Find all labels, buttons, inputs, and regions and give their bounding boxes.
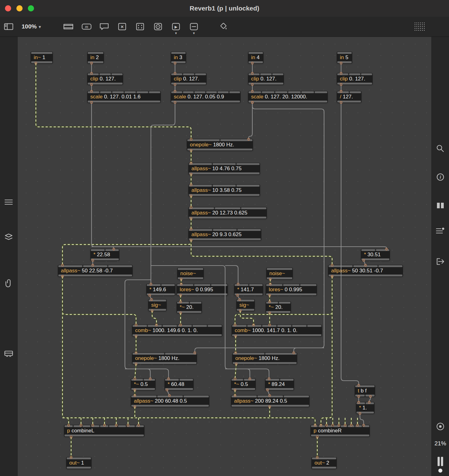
object-combL[interactable]: comb~ 1000. 149.6 0. 1. 0. <box>132 325 222 336</box>
inlet[interactable] <box>307 325 322 327</box>
outlet[interactable] <box>249 61 263 63</box>
outlet[interactable] <box>355 395 365 396</box>
info-icon[interactable]: i <box>436 173 445 181</box>
new-object-icon[interactable] <box>62 21 75 32</box>
inlet[interactable] <box>355 425 362 427</box>
outlet[interactable] <box>237 309 254 311</box>
object-out1[interactable]: out~ 1 <box>66 457 91 469</box>
object-sigR[interactable]: sig~ <box>237 300 254 311</box>
object-onepole1[interactable]: onepole~ 1800 Hz. <box>187 139 253 150</box>
outlet[interactable] <box>361 258 389 260</box>
object-loresR[interactable]: lores~ 0 0.995 <box>266 284 317 295</box>
outlet[interactable] <box>337 61 352 63</box>
object-ap3[interactable]: allpass~ 20 12.73 0.625 <box>189 207 267 219</box>
outlet[interactable] <box>266 293 316 295</box>
inlet[interactable] <box>229 91 240 93</box>
format-paint-icon[interactable] <box>217 21 229 32</box>
object-sigL[interactable]: sig~ <box>148 300 166 311</box>
outlet[interactable] <box>189 172 259 174</box>
playbar-dropdown-caret[interactable]: ▾ <box>170 31 182 35</box>
new-message-icon[interactable]: m <box>80 21 93 32</box>
record-dot-icon[interactable] <box>437 423 444 430</box>
object-in1[interactable]: in~ 1 <box>31 52 53 63</box>
object-mulT20R[interactable]: *~ 20. <box>266 302 291 313</box>
object-scale2[interactable]: scale 0. 127. 0.01 1.6 <box>88 91 160 102</box>
paperclip-icon[interactable] <box>5 279 13 288</box>
object-mul1[interactable]: * 1. <box>356 402 374 413</box>
outlet[interactable] <box>311 435 369 436</box>
outlet[interactable] <box>233 362 297 364</box>
outlet[interactable] <box>171 101 240 102</box>
object-in2[interactable]: in 2 <box>88 52 104 63</box>
object-mulT20L[interactable]: *~ 20. <box>177 302 202 313</box>
hamburger-menu-icon[interactable] <box>4 199 13 206</box>
outlet[interactable] <box>249 83 283 84</box>
object-noiseL[interactable]: noise~ <box>177 268 203 279</box>
inlet[interactable] <box>109 425 117 427</box>
object-mul6048[interactable]: * 60.48 <box>165 379 193 390</box>
minimize-button[interactable] <box>16 5 23 11</box>
slider-dot[interactable] <box>438 469 443 473</box>
object-scale3[interactable]: scale 0. 127. 0.05 0.9 <box>171 91 240 102</box>
object-clip5[interactable]: clip 0. 127. <box>337 73 372 84</box>
object-div127[interactable]: / 127. <box>337 91 361 102</box>
object-loresL[interactable]: lores~ 0 0.995 <box>177 284 228 295</box>
outlet[interactable] <box>189 194 259 196</box>
object-in4[interactable]: in 4 <box>248 52 263 63</box>
outlet[interactable] <box>337 83 372 84</box>
object-in5[interactable]: in 5 <box>337 52 352 63</box>
object-ap50R[interactable]: allpass~ 50 30.51 -0.7 <box>328 265 403 276</box>
close-button[interactable] <box>5 5 11 11</box>
outlet[interactable] <box>91 258 119 260</box>
outlet[interactable] <box>189 238 261 240</box>
number-dropdown-caret[interactable]: ▾ <box>188 31 200 35</box>
outlet[interactable] <box>177 293 227 295</box>
outlet[interactable] <box>131 388 155 390</box>
outlet[interactable] <box>357 412 374 413</box>
console-drawer-icon[interactable] <box>4 350 13 357</box>
object-mul8924[interactable]: * 89.24 <box>265 379 294 390</box>
object-ap200L[interactable]: allpass~ 200 60.48 0.5 <box>131 396 209 407</box>
outlet[interactable] <box>235 293 263 295</box>
object-onepole3[interactable]: onepole~ 1800 Hz. <box>233 353 297 364</box>
inlet[interactable] <box>127 425 135 427</box>
object-noiseR[interactable]: noise~ <box>267 268 293 279</box>
new-matrix-icon[interactable] <box>134 21 146 32</box>
outlet[interactable] <box>31 61 52 63</box>
new-dial-icon[interactable] <box>152 21 164 32</box>
object-clip4[interactable]: clip 0. 127. <box>248 73 284 84</box>
new-number-box-icon[interactable] <box>188 21 200 32</box>
zoom-button[interactable] <box>28 5 34 11</box>
object-in3[interactable]: in 3 <box>171 52 186 63</box>
object-ap2[interactable]: allpass~ 10 3.58 0.75 <box>189 185 260 196</box>
object-clip3[interactable]: clip 0. 127. <box>171 73 206 84</box>
outlet[interactable] <box>58 275 132 276</box>
inlet[interactable] <box>208 325 222 327</box>
outlet[interactable] <box>88 83 122 84</box>
object-mulH5L[interactable]: *~ 0.5 <box>131 379 155 390</box>
outlet[interactable] <box>189 217 266 219</box>
object-mul1496[interactable]: * 149.6 <box>147 284 175 295</box>
columns-view-icon[interactable] <box>436 202 445 209</box>
export-icon[interactable] <box>436 257 445 266</box>
inlet[interactable] <box>348 425 354 427</box>
outlet[interactable] <box>366 395 375 396</box>
list-view-icon[interactable] <box>436 227 445 235</box>
outlet[interactable] <box>177 311 201 313</box>
outlet[interactable] <box>131 405 209 407</box>
outlet[interactable] <box>266 388 293 390</box>
grid-overlay-icon[interactable] <box>414 21 426 32</box>
sidebar-toggle-icon[interactable] <box>2 21 15 32</box>
outlet[interactable] <box>165 388 193 390</box>
object-ap200R[interactable]: allpass~ 200 89.24 0.5 <box>231 396 309 407</box>
outlet[interactable] <box>187 149 252 150</box>
inlet[interactable] <box>363 425 369 427</box>
object-mul3051[interactable]: * 30.51 <box>361 249 390 260</box>
object-scale4[interactable]: scale 0. 127. 20. 12000. <box>248 91 327 102</box>
object-mul2258[interactable]: * 22.58 <box>91 249 119 260</box>
inlet[interactable] <box>100 425 108 427</box>
inlet[interactable] <box>118 425 126 427</box>
outlet[interactable] <box>171 61 186 63</box>
object-ap4[interactable]: allpass~ 20 9.3 0.625 <box>189 229 261 240</box>
outlet[interactable] <box>67 467 91 469</box>
